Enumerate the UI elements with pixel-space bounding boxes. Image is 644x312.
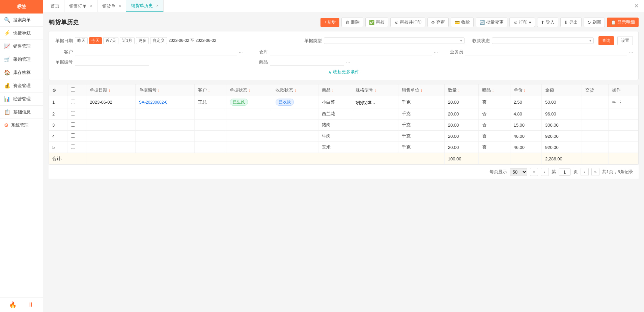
row-select-checkbox[interactable] [71, 111, 75, 115]
col-unit-price-label: 单价 [514, 87, 523, 93]
row-unit-price: 2.50 [510, 96, 542, 108]
sidebar-item-finance[interactable]: 💰 资金管理 [0, 79, 43, 93]
tab-bar-close-button[interactable]: ✕ [632, 3, 641, 9]
doc-no-input[interactable] [75, 59, 149, 66]
tab-sales-history[interactable]: 销货单历史 × [126, 0, 164, 12]
goods-input[interactable] [270, 59, 344, 66]
date-btn-1month[interactable]: 近1月 [120, 37, 135, 44]
batch-change-button[interactable]: 🔄 批量变更 [476, 18, 507, 27]
col-doc-no[interactable]: 单据编号 ↕ [136, 84, 195, 96]
col-sales-unit[interactable]: 销售单位 ↕ [398, 84, 444, 96]
fire-icon[interactable]: 🔥 [9, 301, 17, 309]
col-customer[interactable]: 客户 ↕ [195, 84, 226, 96]
date-btn-yesterday[interactable]: 昨天 [75, 37, 88, 44]
col-gift[interactable]: 赠品 ↕ [479, 84, 510, 96]
row-select-checkbox[interactable] [71, 122, 75, 127]
sidebar-item-sales-mgmt[interactable]: 📈 销售管理 [0, 40, 43, 53]
tab-home[interactable]: 首页 [46, 0, 64, 12]
row-select-checkbox[interactable] [71, 100, 75, 104]
row-actions[interactable]: ✏⋮ [608, 96, 638, 108]
col-unit-price[interactable]: 单价 ↕ [510, 84, 542, 96]
warehouse-input[interactable] [270, 49, 432, 55]
row-doc-status [226, 131, 272, 142]
audit-button[interactable]: ✅ 审核 [365, 18, 388, 27]
row-checkbox[interactable] [67, 131, 86, 142]
col-settings[interactable]: ⚙ [49, 84, 67, 96]
row-actions[interactable] [608, 131, 638, 142]
salesperson-input[interactable] [465, 49, 627, 55]
sidebar-item-sys-admin[interactable]: ⚙ 系统管理 [0, 119, 43, 132]
row-select-checkbox[interactable] [71, 145, 75, 149]
page-number-input[interactable] [559, 168, 571, 176]
row-checkbox[interactable] [67, 108, 86, 120]
warehouse-ellipsis[interactable]: ··· [434, 50, 438, 55]
customer-input[interactable] [75, 49, 237, 55]
row-spec-type [352, 142, 398, 153]
select-all-checkbox[interactable] [71, 87, 75, 92]
refresh-button[interactable]: ↻ 刷新 [584, 18, 605, 27]
collect-status-select[interactable]: ▾ [492, 37, 594, 44]
new-button[interactable]: + 新增 [320, 18, 339, 27]
show-detail-button[interactable]: 📋 显示明细 [607, 18, 639, 27]
export-button[interactable]: ⬇ 导出 [560, 18, 582, 27]
row-checkbox[interactable] [67, 120, 86, 131]
customer-ellipsis[interactable]: ··· [239, 50, 243, 55]
doc-type-select[interactable]: ▾ [324, 37, 465, 44]
date-btn-today[interactable]: 今天 [89, 37, 102, 44]
delete-button[interactable]: 🗑 删除 [341, 18, 363, 27]
page-prev-button[interactable]: ‹ [541, 168, 549, 176]
col-spec-type[interactable]: 规格型号 ↕ [352, 84, 398, 96]
sidebar-item-purchase-mgmt[interactable]: 🛒 采购管理 [0, 53, 43, 66]
print-button[interactable]: 🖨 打印 ▾ [509, 18, 535, 27]
col-doc-status[interactable]: 单据状态 ↕ [226, 84, 272, 96]
date-btn-more[interactable]: 更多 [136, 37, 149, 44]
quick-nav-icon: ⚡ [4, 30, 10, 36]
settings-button[interactable]: 设置 [617, 36, 633, 45]
tab-sales-history-close[interactable]: × [156, 3, 159, 8]
row-actions[interactable] [608, 120, 638, 131]
row-sales-unit: 千克 [398, 131, 444, 142]
sidebar-item-quick-nav[interactable]: ⚡ 快捷导航 [0, 27, 43, 40]
salesperson-ellipsis[interactable]: ··· [629, 50, 633, 55]
show-detail-label: 显示明细 [617, 19, 635, 25]
sidebar-item-inventory[interactable]: 🏠 库存核算 [0, 66, 43, 79]
import-button[interactable]: ⬆ 导入 [537, 18, 558, 27]
row-checkbox[interactable] [67, 96, 86, 108]
abandon-icon: ⊘ [431, 20, 435, 25]
query-button[interactable]: 查询 [598, 36, 614, 45]
more-actions-icon[interactable]: ⋮ [618, 100, 623, 105]
audit-print-button[interactable]: 🖨 审核并打印 [390, 18, 425, 27]
pause-icon[interactable]: ⏸ [28, 301, 34, 309]
page-last-button[interactable]: » [591, 168, 599, 176]
col-date[interactable]: 单据日期 ↕ [86, 84, 136, 96]
row-actions[interactable] [608, 108, 638, 120]
goods-ellipsis[interactable]: ··· [346, 60, 350, 65]
collapse-button[interactable]: ∧ 收起更多条件 [54, 69, 633, 75]
row-select-checkbox[interactable] [71, 133, 75, 138]
tab-sales-goods[interactable]: 销货单 × [97, 0, 126, 12]
sidebar-item-search-menu[interactable]: 🔍 搜索菜单 [0, 14, 43, 27]
row-no: 4 [49, 131, 67, 142]
date-btn-custom[interactable]: 自定义 [150, 37, 167, 44]
date-btn-7days[interactable]: 近7天 [103, 37, 118, 44]
row-doc-no[interactable]: SA-20230602-0 [136, 96, 195, 108]
page-first-button[interactable]: « [530, 168, 538, 176]
col-goods[interactable]: 商品 ↕ [318, 84, 352, 96]
tab-sales-goods-close[interactable]: × [119, 4, 121, 8]
col-collect-status-sort-icon: ↕ [295, 88, 297, 92]
tab-sales-order[interactable]: 销售订单 × [64, 0, 97, 12]
collect-button[interactable]: 💳 收款 [451, 18, 474, 27]
sidebar-item-operations[interactable]: 📊 经营管理 [0, 93, 43, 106]
row-checkbox[interactable] [67, 142, 86, 153]
row-actions[interactable] [608, 142, 638, 153]
doc-no-link[interactable]: SA-20230602-0 [139, 100, 167, 105]
per-page-select[interactable]: 50 100 200 [510, 168, 527, 176]
page-next-button[interactable]: › [581, 168, 589, 176]
col-collect-status[interactable]: 收款状态 ↕ [272, 84, 318, 96]
edit-icon[interactable]: ✏ [612, 100, 616, 105]
abandon-button[interactable]: ⊘ 弃审 [427, 18, 449, 27]
row-amount: 50.00 [542, 96, 582, 108]
col-qty[interactable]: 数量 ↕ [444, 84, 478, 96]
sidebar-item-basic-info[interactable]: 📋 基础信息 [0, 106, 43, 119]
tab-sales-order-close[interactable]: × [90, 4, 92, 8]
